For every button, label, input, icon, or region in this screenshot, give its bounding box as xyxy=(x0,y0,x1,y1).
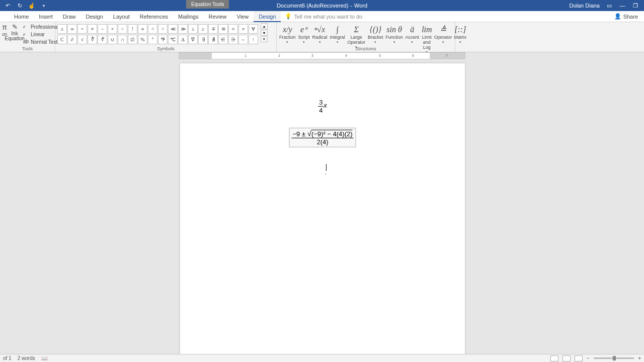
symbol->[interactable]: > xyxy=(158,24,168,34)
symbol-≥[interactable]: ≥ xyxy=(198,24,208,34)
touch-mode-icon[interactable]: ☝ xyxy=(28,2,35,9)
symbol-√[interactable]: √ xyxy=(77,35,87,44)
symbol-<[interactable]: < xyxy=(148,24,157,34)
symbol-∆[interactable]: ∆ xyxy=(178,35,188,44)
tab-layout[interactable]: Layout xyxy=(108,11,135,22)
symbol-∪[interactable]: ∪ xyxy=(108,35,117,44)
group-tools: π on ✎ Ink Equation 𝑒Professional 𝑒Linea… xyxy=(0,22,55,52)
symbols-scroll-up-icon[interactable]: ▲ xyxy=(261,23,268,29)
symbol-≈[interactable]: ≈ xyxy=(228,24,238,34)
tab-view[interactable]: View xyxy=(232,11,254,22)
eq1-denominator[interactable]: 4 xyxy=(318,107,324,114)
symbol-÷[interactable]: ÷ xyxy=(118,24,127,34)
symbol-∅[interactable]: ∅ xyxy=(128,35,137,44)
symbol-∓[interactable]: ∓ xyxy=(208,24,218,34)
equation-2-selected[interactable]: −9 ± √(−9)² − 4(4)(2) 2(4) xyxy=(289,128,356,147)
structure-integral-button[interactable]: ∫Integral▾ xyxy=(330,23,346,45)
symbol-≡[interactable]: ≡ xyxy=(238,24,248,34)
web-layout-button[interactable] xyxy=(575,355,583,361)
page[interactable]: 3 4 x −9 ± √(−9)² − 4(4)(2) 2(4) ⌄ xyxy=(180,63,465,354)
eq2-numerator[interactable]: −9 ± √(−9)² − 4(4)(2) xyxy=(291,129,353,138)
symbol-∜[interactable]: ∜ xyxy=(98,35,107,44)
symbol-≫[interactable]: ≫ xyxy=(178,24,188,34)
symbol-∩[interactable]: ∩ xyxy=(118,35,127,44)
structure-script-button[interactable]: eˣScript▾ xyxy=(298,23,310,45)
structure-operator-button[interactable]: ≜Operator▾ xyxy=(434,23,452,45)
spell-check-icon[interactable]: 📖 xyxy=(41,355,47,361)
symbol-°[interactable]: ° xyxy=(148,35,157,44)
symbol-∄[interactable]: ∄ xyxy=(208,35,218,44)
equation-1[interactable]: 3 4 x xyxy=(318,99,327,114)
structure-bracket-button[interactable]: {()}Bracket▾ xyxy=(367,23,384,45)
symbol-≤[interactable]: ≤ xyxy=(188,24,198,34)
zoom-thumb[interactable] xyxy=(613,356,616,360)
symbol-±[interactable]: ± xyxy=(57,24,67,34)
symbol-∈[interactable]: ∈ xyxy=(218,35,228,44)
symbol-∇[interactable]: ∇ xyxy=(188,35,198,44)
zoom-out-button[interactable]: − xyxy=(587,355,590,361)
symbol-∛[interactable]: ∛ xyxy=(88,35,97,44)
symbol-%[interactable]: % xyxy=(138,35,147,44)
symbol-≪[interactable]: ≪ xyxy=(168,24,178,34)
symbols-scroll-down-icon[interactable]: ▼ xyxy=(261,30,268,36)
redo-icon[interactable]: ↻ xyxy=(16,2,23,9)
structure-accent-button[interactable]: äAccent▾ xyxy=(405,23,420,45)
ink-equation-label: Ink Equation xyxy=(5,31,24,41)
tab-design[interactable]: Design xyxy=(81,11,108,22)
tell-me-search[interactable]: 💡 Tell me what you want to do xyxy=(281,13,362,20)
tab-equation-design[interactable]: Design xyxy=(254,11,281,22)
structure-fraction-button[interactable]: x/yFraction▾ xyxy=(279,23,296,45)
print-layout-button[interactable] xyxy=(562,355,571,361)
qat-customize-icon[interactable]: ▾ xyxy=(40,2,47,9)
horizontal-ruler[interactable]: 1 2 3 4 5 6 7 xyxy=(179,52,465,59)
read-mode-button[interactable] xyxy=(550,355,558,361)
symbol-×[interactable]: × xyxy=(108,24,117,34)
ribbon-options-icon[interactable]: ▭ xyxy=(606,2,613,9)
symbol-℉[interactable]: ℉ xyxy=(158,35,168,44)
word-count[interactable]: 2 words xyxy=(18,355,35,361)
ink-equation-icon[interactable]: ✎ xyxy=(12,23,18,31)
structure-radical-button[interactable]: ⁿ√xRadical▾ xyxy=(312,23,328,45)
equation-icon[interactable]: π xyxy=(2,23,7,31)
zoom-slider[interactable] xyxy=(594,357,634,359)
symbol-=[interactable]: = xyxy=(77,24,87,34)
undo-icon[interactable]: ↶ xyxy=(4,2,11,9)
symbol-←[interactable]: ← xyxy=(238,35,248,44)
linear-icon: 𝑒 xyxy=(23,31,29,37)
tab-references[interactable]: References xyxy=(135,11,173,22)
structure-function-button[interactable]: sin θFunction▾ xyxy=(385,23,404,45)
symbol-![interactable]: ! xyxy=(128,24,137,34)
equation-tools-context-tab: Equation Tools xyxy=(186,0,229,9)
eq1-variable[interactable]: x xyxy=(324,102,327,109)
symbol-∋[interactable]: ∋ xyxy=(228,35,238,44)
symbol-∝[interactable]: ∝ xyxy=(138,24,147,34)
symbol-∃[interactable]: ∃ xyxy=(198,35,208,44)
professional-button[interactable]: 𝑒Professional xyxy=(22,23,59,30)
eq1-numerator[interactable]: 3 xyxy=(318,99,324,107)
linear-button[interactable]: 𝑒Linear xyxy=(22,31,59,38)
tab-draw[interactable]: Draw xyxy=(58,11,81,22)
symbol-℃[interactable]: ℃ xyxy=(168,35,178,44)
symbol-∞[interactable]: ∞ xyxy=(67,24,77,34)
symbol-C[interactable]: C xyxy=(57,35,67,44)
tab-home[interactable]: Home xyxy=(9,11,34,22)
eq2-denominator[interactable]: 2(4) xyxy=(291,138,353,146)
normal-text-button[interactable]: abNormal Text xyxy=(22,38,59,45)
symbol-∀[interactable]: ∀ xyxy=(249,24,258,34)
symbols-gallery[interactable]: ±∞=≠~×÷!∝<>≪≫≤≥∓≅≈≡∀ C∂√∛∜∪∩∅%°℉℃∆∇∃∄∈∋←… xyxy=(57,24,258,44)
tab-mailings[interactable]: Mailings xyxy=(173,11,203,22)
share-button[interactable]: 👤 Share xyxy=(608,13,644,20)
tab-insert[interactable]: Insert xyxy=(34,11,58,22)
structure-matrix-button[interactable]: [::]Matrix▾ xyxy=(454,23,467,45)
page-count[interactable]: of 1 xyxy=(3,355,12,361)
restore-icon[interactable]: ❐ xyxy=(632,2,639,9)
tab-review[interactable]: Review xyxy=(203,11,231,22)
minimize-icon[interactable]: — xyxy=(619,2,626,9)
zoom-in-button[interactable]: + xyxy=(638,355,641,361)
symbol-≠[interactable]: ≠ xyxy=(88,24,97,34)
symbol-≅[interactable]: ≅ xyxy=(218,24,228,34)
symbol-↑[interactable]: ↑ xyxy=(249,35,258,44)
symbols-more-icon[interactable]: ▾ xyxy=(261,36,268,42)
symbol-∂[interactable]: ∂ xyxy=(67,35,77,44)
symbol-~[interactable]: ~ xyxy=(98,24,107,34)
